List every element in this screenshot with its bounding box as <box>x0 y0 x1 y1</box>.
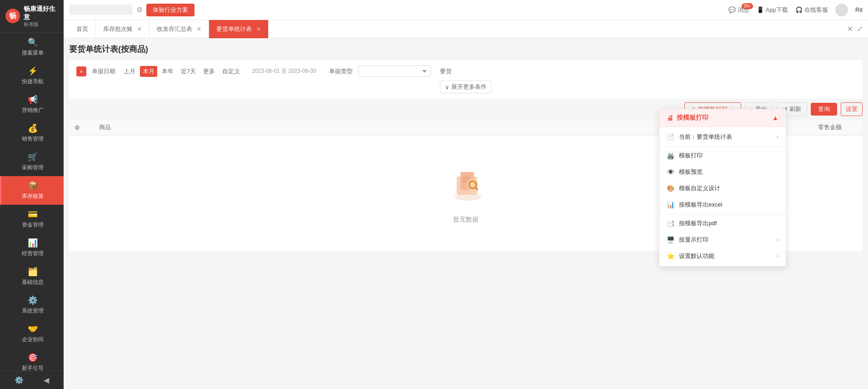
dropdown-item-set_default[interactable]: ⭐ 设置默认功能 › <box>659 248 786 264</box>
app-subtitle: 标准版 <box>24 21 58 27</box>
tab-label-home: 首页 <box>76 25 88 33</box>
dropdown-divider <box>659 214 786 214</box>
shortcut-icon: ⚡ <box>28 66 38 76</box>
sidebar-settings-btn[interactable]: ⚙️ <box>15 376 24 384</box>
sidebar-collapse-btn[interactable]: ◀ <box>44 376 49 384</box>
current-arrow: › <box>777 134 778 140</box>
date-btn-last7[interactable]: 近7天 <box>178 66 199 77</box>
tab-close-batch[interactable]: ✕ <box>137 26 142 32</box>
dropdown-section: 📄 当前：要货单统计表 › 🖨️ 模板打印 👁️ 模板预览 🎨 模板自定义设计 … <box>659 127 786 266</box>
sidebar-item-sales[interactable]: 💰 销售管理 <box>0 119 64 147</box>
date-btn-custom[interactable]: 自定义 <box>219 66 243 77</box>
sidebar-item-system[interactable]: ⚙️ 系统管理 <box>0 291 64 319</box>
template_pdf-label: 按模板导出pdf <box>679 219 778 227</box>
date-btn-prev_month[interactable]: 上月 <box>121 66 138 77</box>
current-icon: 📄 <box>667 133 674 141</box>
content-area: 要货单统计表(按商品) » 单据日期 上月本月本年近7天更多自定义 2023-0… <box>64 38 868 389</box>
tab-close-collection[interactable]: ✕ <box>197 26 201 32</box>
date-btn-current_month[interactable]: 本月 <box>140 66 157 77</box>
dropdown-item-current[interactable]: 📄 当前：要货单统计表 › <box>659 129 786 145</box>
dropdown-title: 按模板打印 <box>677 114 708 122</box>
order-type-select[interactable] <box>358 66 431 77</box>
date-btn-current_year[interactable]: 本年 <box>159 66 176 77</box>
template_excel-label: 按模板导出excel <box>679 201 778 209</box>
order-type-label: 单据类型 <box>329 67 353 76</box>
refresh-label: 刷新 <box>789 105 801 113</box>
display_print-icon: 🖥️ <box>667 236 674 243</box>
expand-more-button[interactable]: ∨ 展开更多条件 <box>440 81 492 93</box>
th-settings[interactable]: ⚙ <box>75 124 88 131</box>
tab-home[interactable]: 首页 <box>69 20 96 38</box>
tab-batch[interactable]: 库存批次账✕ <box>96 20 150 38</box>
sidebar-item-label-collab: 企业协同 <box>22 336 44 344</box>
current-label: 当前：要货单统计表 <box>679 133 772 141</box>
dropdown-collapse-icon[interactable]: ▲ <box>772 114 778 121</box>
date-btn-more[interactable]: 更多 <box>200 66 218 77</box>
filter-row: » 单据日期 上月本月本年近7天更多自定义 2023-06-01 至 2023-… <box>76 66 855 77</box>
tab-collection[interactable]: 收发存汇总表✕ <box>150 20 209 38</box>
sidebar-item-basic[interactable]: 🗂️ 基础信息 <box>0 262 64 291</box>
sidebar-item-guide[interactable]: 🎯 新手引导 <box>0 348 64 371</box>
basic-icon: 🗂️ <box>28 267 38 277</box>
marketing-icon: 📢 <box>28 95 38 105</box>
app-logo-text: 畅康通好生意 标准版 <box>24 5 58 28</box>
sidebar-item-label-sales: 销售管理 <box>22 135 44 143</box>
set_default-label: 设置默认功能 <box>679 252 772 260</box>
sidebar: 畅 畅康通好生意 标准版 🔍 搜索菜单 ⚡ 快捷导航 📢 营销推广 💰 销售管理… <box>0 0 64 389</box>
tab-close-order_stat[interactable]: ✕ <box>256 26 261 32</box>
dropdown-item-template_custom[interactable]: 🎨 模板自定义设计 <box>659 180 786 197</box>
sidebar-item-label-inventory: 库存核算 <box>22 192 44 200</box>
app-download-label: App下载 <box>766 6 788 14</box>
dropdown-item-template_pdf[interactable]: 📑 按模板导出pdf <box>659 215 786 232</box>
sidebar-item-purchase[interactable]: 🛒 采购管理 <box>0 147 64 176</box>
sidebar-item-shortcut[interactable]: ⚡ 快捷导航 <box>0 61 64 90</box>
sidebar-item-marketing[interactable]: 📢 营销推广 <box>0 90 64 119</box>
date-label: 单据日期 <box>92 67 115 76</box>
operation-icon: 📊 <box>28 238 38 248</box>
topbar-gear-button[interactable]: ⚙ <box>136 5 143 14</box>
dropdown-header: 🖨 按模板打印 ▲ <box>659 109 786 127</box>
settings-button[interactable]: 设置 <box>841 102 863 116</box>
search-input[interactable] <box>69 5 133 15</box>
user-avatar[interactable] <box>835 4 848 16</box>
display_print-arrow: › <box>777 237 778 243</box>
app-download-button[interactable]: 📱 App下载 <box>757 6 788 14</box>
username-label: Rit <box>855 6 863 13</box>
dropdown-item-template_print[interactable]: 🖨️ 模板打印 <box>659 147 786 164</box>
message-icon: 💬 <box>728 6 736 13</box>
empty-text: 暂无数据 <box>453 216 479 224</box>
tab-close-button[interactable]: ✕ <box>847 25 853 33</box>
dropdown-item-display_print[interactable]: 🖥️ 按显示打印 › <box>659 232 786 248</box>
dropdown-item-template_preview[interactable]: 👁️ 模板预览 <box>659 164 786 180</box>
sidebar-item-label-finance: 资金管理 <box>22 221 44 229</box>
query-button[interactable]: 查询 <box>811 103 837 116</box>
template_print-icon: 🖨️ <box>667 152 674 159</box>
set_default-icon: ⭐ <box>667 253 674 260</box>
sidebar-item-collab[interactable]: 🤝 企业协同 <box>0 319 64 348</box>
messages-button[interactable]: 💬 消息 99+ <box>728 6 749 14</box>
sidebar-item-inventory[interactable]: 📦 库存核算 <box>0 176 64 205</box>
dropdown-print-icon: 🖨 <box>667 114 673 121</box>
tabbar-actions: ✕ ⤢ <box>847 25 868 33</box>
sidebar-item-operation[interactable]: 📊 经营管理 <box>0 233 64 262</box>
sidebar-item-label-operation: 经营管理 <box>22 250 44 258</box>
tab-order_stat[interactable]: 要货单统计表✕ <box>209 20 269 38</box>
template_pdf-icon: 📑 <box>667 220 674 227</box>
trial-button[interactable]: 体验行业方案 <box>146 4 195 16</box>
topbar-left: ⚙ 体验行业方案 <box>69 4 195 16</box>
online-service-button[interactable]: 🎧 在线客服 <box>795 6 828 14</box>
sidebar-footer: ⚙️ ◀ <box>0 371 64 389</box>
sidebar-item-label-guide: 新手引导 <box>22 364 44 371</box>
inventory-icon: 📦 <box>28 181 38 191</box>
sidebar-item-search[interactable]: 🔍 搜索菜单 <box>0 33 64 61</box>
template_custom-label: 模板自定义设计 <box>679 184 778 192</box>
sidebar-item-label-system: 系统管理 <box>22 307 44 315</box>
tab-expand-button[interactable]: ⤢ <box>857 25 863 33</box>
sidebar-item-finance[interactable]: 💳 资金管理 <box>0 205 64 233</box>
filter-expand-button[interactable]: » <box>76 66 86 76</box>
sidebar-scroll: 🔍 搜索菜单 ⚡ 快捷导航 📢 营销推广 💰 销售管理 🛒 采购管理 📦 库存核… <box>0 33 64 371</box>
app-logo-icon: 畅 <box>5 9 20 23</box>
app-title: 畅康通好生意 <box>24 5 58 21</box>
th-amount: 零售金额 <box>803 123 857 131</box>
dropdown-item-template_excel[interactable]: 📊 按模板导出excel <box>659 197 786 213</box>
